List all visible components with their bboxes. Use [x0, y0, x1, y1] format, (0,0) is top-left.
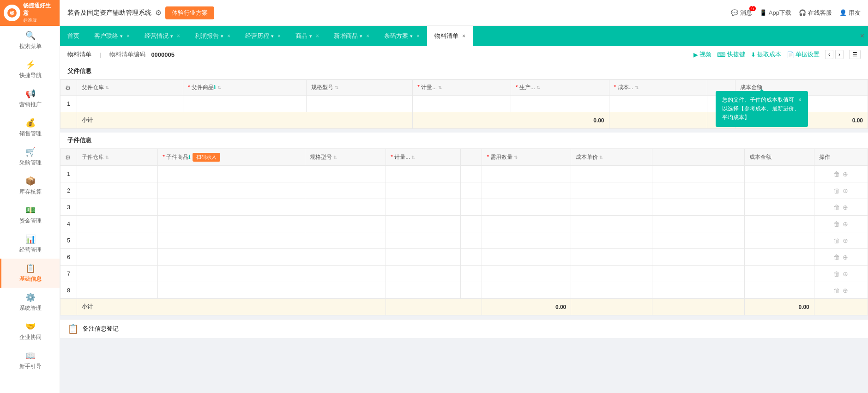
tooltip-close-button[interactable]: × [798, 96, 802, 104]
child-row-2-warehouse[interactable] [77, 182, 158, 199]
sidebar-item-marketing[interactable]: 📢 营销推广 [0, 84, 60, 113]
child-col-unit-cost: 成本单价⇅ [571, 149, 652, 166]
child-gear-icon[interactable]: ⚙ [65, 154, 71, 161]
copy-icon-5[interactable]: ⊕ [843, 237, 848, 244]
online-service-button[interactable]: 🎧 在线客服 [799, 9, 832, 17]
parent-row-1-goods[interactable] [183, 96, 306, 112]
sidebar-item-sales[interactable]: 💰 销售管理 [0, 113, 60, 142]
parent-goods-info-icon[interactable]: ℹ [214, 84, 216, 91]
svg-text:畅: 畅 [10, 11, 14, 16]
copy-icon-6[interactable]: ⊕ [843, 254, 848, 261]
child-row-1-warehouse[interactable] [77, 166, 158, 182]
tab-bar-close[interactable]: × [856, 32, 868, 40]
copy-icon-4[interactable]: ⊕ [843, 220, 848, 228]
sidebar-item-search[interactable]: 🔍 搜索菜单 [0, 26, 60, 55]
delete-icon-8[interactable]: 🗑 [833, 287, 840, 294]
sidebar-item-finance[interactable]: 💵 资金管理 [0, 200, 60, 230]
app-name: 畅捷通好生意 [23, 2, 56, 17]
child-row-1-unit[interactable] [386, 166, 461, 182]
child-row-2-unit-cost[interactable] [571, 182, 652, 199]
delete-icon-7[interactable]: 🗑 [833, 270, 840, 278]
view-action[interactable]: ▶ 视频 [693, 50, 711, 59]
tab-new-goods-arrow: ▾ [360, 33, 362, 39]
tab-new-goods-close[interactable]: × [366, 33, 369, 39]
delete-icon-6[interactable]: 🗑 [833, 254, 840, 261]
trial-button[interactable]: 体验行业方案 [165, 6, 214, 19]
message-button[interactable]: 💬 消息 6 [731, 9, 752, 17]
sidebar-item-enterprise[interactable]: 🤝 企业协同 [0, 317, 60, 346]
child-row-2-spec[interactable] [305, 182, 386, 199]
enterprise-icon: 🤝 [25, 321, 36, 332]
child-col-unit: * 计量...⇅ [386, 149, 461, 166]
app-download-button[interactable]: 📱 App下载 [760, 9, 791, 17]
sidebar-item-operations[interactable]: 📊 经营管理 [0, 230, 60, 259]
tab-goods[interactable]: 商品 ▾ × [288, 26, 326, 46]
sidebar-item-guide[interactable]: 📖 新手引导 [0, 346, 60, 375]
parent-subtotal-spacer1 [609, 112, 707, 129]
tab-profit[interactable]: 利润报告 ▾ × [187, 26, 238, 46]
tab-customer[interactable]: 客户联络 ▾ × [87, 26, 137, 46]
tab-history-close[interactable]: × [277, 33, 281, 39]
child-row-1-spacer [461, 166, 482, 182]
tab-bom-close[interactable]: × [462, 33, 465, 39]
guide-icon: 📖 [25, 351, 36, 361]
child-row-2-qty[interactable] [482, 182, 571, 199]
tab-history[interactable]: 经营历程 ▾ × [238, 26, 288, 46]
tab-new-goods[interactable]: 新增商品 ▾ × [326, 26, 377, 46]
sidebar-item-purchase[interactable]: 🛒 采购管理 [0, 142, 60, 171]
child-row-1-unit-cost[interactable] [571, 166, 652, 182]
scan-input-button[interactable]: 扫码录入 [193, 153, 220, 162]
copy-icon-8[interactable]: ⊕ [843, 287, 848, 294]
next-button[interactable]: › [835, 50, 844, 59]
delete-icon-5[interactable]: 🗑 [833, 237, 840, 244]
parent-row-1-unit[interactable] [413, 96, 511, 112]
child-goods-info-icon[interactable]: ℹ [188, 154, 191, 160]
sidebar-item-system[interactable]: ⚙️ 系统管理 [0, 288, 60, 317]
tab-barcode[interactable]: 条码方案 ▾ × [377, 26, 427, 46]
parent-row-1-production[interactable] [511, 96, 609, 112]
child-row-1-qty[interactable] [482, 166, 571, 182]
tab-goods-close[interactable]: × [316, 33, 319, 39]
extract-cost-action[interactable]: ⬇ 提取成本 [751, 50, 781, 59]
remark-icon[interactable]: 📋 [67, 323, 79, 334]
tab-history-label: 经营历程 [245, 32, 269, 40]
tab-customer-close[interactable]: × [127, 33, 130, 39]
delete-icon-3[interactable]: 🗑 [833, 204, 840, 211]
delete-icon-2[interactable]: 🗑 [833, 187, 840, 194]
child-row-1-goods[interactable] [158, 166, 305, 182]
child-row-1-spec[interactable] [305, 166, 386, 182]
parent-row-1-cost[interactable] [609, 96, 707, 112]
tab-ops-close[interactable]: × [177, 33, 180, 39]
copy-icon-7[interactable]: ⊕ [843, 270, 848, 278]
sidebar-item-basic-info[interactable]: 📋 基础信息 [0, 259, 60, 288]
tab-bom[interactable]: 物料清单 × [427, 26, 473, 46]
parent-row-1-spec[interactable] [307, 96, 413, 112]
user-menu[interactable]: 👤 用友 [839, 9, 861, 17]
child-subtotal-amount: 0.00 [744, 299, 814, 315]
sidebar-item-inventory[interactable]: 📦 库存核算 [0, 171, 60, 200]
delete-icon-4[interactable]: 🗑 [833, 220, 840, 228]
settings-button[interactable]: ⚙ [155, 8, 162, 17]
tab-customer-arrow: ▾ [120, 33, 123, 39]
child-section: 子件信息 ⚙ 子件仓库⇅ * 子件商品ℹ 扫码录入 规格型号⇅ * 计量...⇅ [60, 133, 868, 315]
shortcut-action[interactable]: ⌨ 快捷键 [717, 50, 745, 59]
gear-icon[interactable]: ⚙ [65, 84, 71, 91]
tab-home[interactable]: 首页 [60, 26, 87, 46]
tab-history-arrow: ▾ [271, 33, 274, 39]
copy-icon-3[interactable]: ⊕ [843, 204, 848, 211]
child-row-2-unit[interactable] [386, 182, 461, 199]
child-row-2: 2 🗑 [60, 182, 868, 199]
single-settings-action[interactable]: 📄 单据设置 [787, 50, 820, 59]
child-col-spacer2 [652, 149, 744, 166]
tab-barcode-close[interactable]: × [416, 33, 420, 39]
list-view-button[interactable]: ☰ [849, 50, 861, 59]
tab-operations-status[interactable]: 经营情况 ▾ × [137, 26, 187, 46]
copy-icon-2[interactable]: ⊕ [843, 187, 848, 194]
sidebar-item-quicknav[interactable]: ⚡ 快捷导航 [0, 55, 60, 84]
delete-icon-1[interactable]: 🗑 [833, 170, 840, 178]
parent-row-1-warehouse[interactable] [77, 96, 183, 112]
prev-button[interactable]: ‹ [825, 50, 833, 59]
child-row-2-goods[interactable] [158, 182, 305, 199]
copy-icon-1[interactable]: ⊕ [843, 170, 848, 178]
tab-profit-close[interactable]: × [227, 33, 230, 39]
